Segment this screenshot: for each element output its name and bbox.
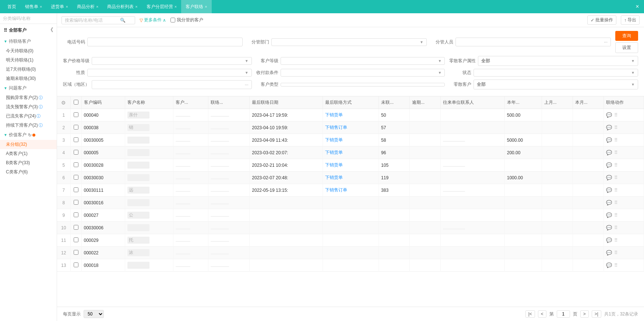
sidebar-item-unclassified[interactable]: 未分组(32) [0,140,57,149]
sidebar-item-declining[interactable]: 持续下滑客户(2) ⓘ [0,121,57,130]
grid-action-icon[interactable]: ⠿ [614,237,618,243]
contact-method-link[interactable]: 下销货单 [325,175,343,180]
sidebar-item-churn-warning[interactable]: 流失预警客户(3) ⓘ [0,102,57,112]
nav-home[interactable]: 首页 [3,0,21,13]
nav-customer-contact-close[interactable]: × [205,4,207,9]
nav-customer-contact[interactable]: 客户联络 × [181,0,211,13]
cell-checkbox[interactable] [70,134,81,147]
region-more-icon[interactable]: ··· [245,82,249,87]
grid-action-icon[interactable]: ⠿ [614,187,618,193]
nav-customer-segmentation[interactable]: 客户分层经营 × [142,0,181,13]
first-page-btn[interactable]: |< [525,310,535,318]
refresh-icon-value[interactable]: ↻ [28,133,32,138]
filter-select-retail-attr[interactable]: 全部 ▼ [478,56,638,66]
grid-action-icon[interactable]: ⠿ [614,175,618,180]
filter-select-customer-level[interactable]: ▼ [281,57,445,65]
nav-product-analysis-list[interactable]: 商品分析列表 × [103,0,142,13]
cell-checkbox[interactable] [70,234,81,247]
grid-action-icon[interactable]: ⠿ [614,162,618,168]
sidebar-section-value[interactable]: ▼ 价值客户 ↻ [0,130,57,140]
filter-search-input[interactable] [65,18,120,23]
sidebar-collapse-btn[interactable]: 《 [48,27,53,33]
contact-method-link[interactable]: 下销货单 [325,162,343,167]
nav-sales-close[interactable]: × [40,4,42,9]
filter-select-status[interactable]: ▼ [474,69,638,77]
contact-method-link[interactable]: 下销货单 [325,112,343,117]
nav-product-analysis[interactable]: 商品分析 × [73,0,103,13]
cell-checkbox[interactable] [70,109,81,121]
nav-purchase-close[interactable]: × [66,4,68,9]
row-checkbox[interactable] [74,237,78,242]
cell-checkbox[interactable] [70,184,81,197]
sidebar-item-c-class[interactable]: C类客户(6) [0,167,57,177]
contact-method-link[interactable]: 下销售订单 [325,187,347,193]
chat-icon[interactable]: 💬 [606,250,612,255]
next-page-btn[interactable]: > [580,310,589,318]
chat-icon[interactable]: 💬 [606,125,612,130]
cell-checkbox[interactable] [70,121,81,134]
cell-checkbox[interactable] [70,197,81,209]
sidebar-item-7days[interactable]: 近7天待联络(0) [0,65,57,74]
sidebar-search-input[interactable] [3,16,57,21]
filter-my-customers-checkbox[interactable] [170,18,175,22]
grid-action-icon[interactable]: ⠿ [614,262,618,268]
contact-method-link[interactable]: 下销货单 [325,150,343,155]
row-checkbox[interactable] [74,225,78,230]
grid-action-icon[interactable]: ⠿ [614,250,618,255]
sidebar-item-overdue[interactable]: 逾期未联络(30) [0,74,57,83]
nav-purchase[interactable]: 进货单 × [46,0,72,13]
row-checkbox[interactable] [74,162,78,167]
last-page-btn[interactable]: >| [592,310,601,318]
cell-checkbox[interactable] [70,209,81,222]
cell-checkbox[interactable] [70,247,81,259]
sidebar-item-b-class[interactable]: B类客户(33) [0,158,57,167]
query-button[interactable]: 查询 [615,31,638,41]
chat-icon[interactable]: 💬 [606,112,612,118]
cell-last-contact-method[interactable] [323,209,379,222]
gear-col-header[interactable]: ⚙ [57,96,70,109]
page-input[interactable] [557,310,570,318]
cell-last-contact-method[interactable] [323,222,379,234]
nav-sales[interactable]: 销售单 × [21,0,46,13]
grid-action-icon[interactable]: ⠿ [614,212,618,218]
sidebar-item-today[interactable]: 今天待联络(0) [0,46,57,56]
cell-checkbox[interactable] [70,222,81,234]
row-checkbox[interactable] [74,200,78,205]
filter-input-phone[interactable] [87,38,243,46]
filter-select-nature[interactable]: ▼ [87,69,252,77]
cell-last-contact-method[interactable] [323,259,379,272]
cell-last-contact-method[interactable]: 下销货单 [323,109,379,121]
filter-select-payment[interactable]: ▼ [281,69,445,77]
row-checkbox[interactable] [74,112,78,117]
prev-page-btn[interactable]: < [538,310,546,318]
grid-action-icon[interactable]: ⠿ [614,125,618,130]
grid-action-icon[interactable]: ⠿ [614,112,618,118]
sidebar-item-churned[interactable]: 已流失客户(24) ⓘ [0,112,57,121]
grid-action-icon[interactable]: ⠿ [614,225,618,230]
cell-last-contact-method[interactable] [323,234,379,247]
sidebar-item-tomorrow[interactable]: 明天待联络(1) [0,56,57,65]
sidebar-item-a-class[interactable]: A类客户(1) [0,149,57,158]
cell-last-contact-method[interactable]: 下销货单 [323,147,379,159]
sidebar-section-problem[interactable]: ▼ 问题客户 [0,83,57,93]
filter-select-region[interactable]: ··· [92,80,252,89]
cell-checkbox[interactable] [70,147,81,159]
chat-icon[interactable]: 💬 [606,200,612,205]
sidebar-all-customers[interactable]: ⠿ 全部客户 《 [0,24,57,36]
contact-method-link[interactable]: 下销货单 [325,137,343,142]
checkbox-col-header[interactable] [70,96,81,109]
filter-select-price-level[interactable]: ▼ [92,57,252,65]
contact-method-link[interactable]: 下销售订单 [325,125,347,130]
cell-checkbox[interactable] [70,259,81,272]
cell-checkbox[interactable] [70,172,81,184]
sidebar-item-abnormal[interactable]: 囤购异常客户(2) ⓘ [0,93,57,102]
row-checkbox[interactable] [74,262,78,267]
filter-select-customer-type[interactable] [281,83,445,87]
filter-my-customers[interactable]: 我分管的客户 [170,17,203,23]
row-checkbox[interactable] [74,212,78,217]
reset-button[interactable]: 设置 [615,42,638,53]
filter-select-staff[interactable]: ··· [455,38,611,46]
staff-more-icon[interactable]: ··· [604,39,608,45]
chat-icon[interactable]: 💬 [606,262,612,268]
grid-action-icon[interactable]: ⠿ [614,150,618,155]
